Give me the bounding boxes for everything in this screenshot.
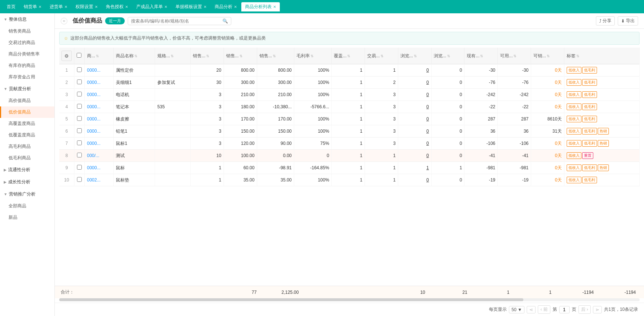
page-size-selector[interactable]: 50 ▼ — [509, 306, 524, 313]
scrollbar-track[interactable] — [59, 298, 640, 301]
sidebar-group-contribution[interactable]: ▼ 贡献度分析 — [0, 83, 54, 95]
search-input[interactable] — [131, 18, 221, 24]
th-spec[interactable]: 规格...⇅ — [155, 48, 191, 64]
row-checkbox[interactable] — [77, 79, 82, 84]
nav-close-purchase[interactable]: ✕ — [64, 5, 67, 9]
th-available[interactable]: 可用...⇅ — [498, 48, 531, 64]
browse1-value[interactable]: 0 — [426, 177, 429, 183]
row-coverage: 1 — [332, 137, 365, 150]
nav-item-template[interactable]: 单据模板设置 ✕ — [172, 2, 210, 11]
saleable-days: 0天 — [555, 141, 562, 146]
nav-item-purchase[interactable]: 进货单 ✕ — [46, 2, 71, 11]
row-saleable: 0天 — [531, 77, 564, 89]
sidebar-item-stock-fund[interactable]: 库存资金占用 — [0, 71, 54, 83]
nav-close-goods-analysis-list[interactable]: ✕ — [273, 5, 276, 9]
nav-item-goods-analysis[interactable]: 商品分析 ✕ — [211, 2, 241, 11]
row-checkbox[interactable] — [77, 67, 82, 72]
row-qty: 3 — [191, 125, 224, 137]
export-button[interactable]: ⬇ 导出 — [618, 16, 638, 26]
browse1-value[interactable]: 0 — [426, 116, 429, 122]
sidebar-item-new-goods[interactable]: 新品 — [0, 212, 54, 223]
row-checkbox[interactable] — [77, 104, 82, 109]
browse1-value[interactable]: 0 — [426, 129, 429, 134]
row-code: 0000... — [85, 64, 114, 77]
row-checkbox[interactable] — [77, 153, 82, 157]
th-browse2[interactable]: 浏览...⇅ — [431, 48, 464, 64]
th-amount[interactable]: 销售...⇅ — [257, 48, 294, 64]
row-stock: -19 — [464, 174, 498, 186]
tag-badge: 热销 — [598, 128, 609, 135]
nav-item-permission[interactable]: 权限设置 ✕ — [72, 2, 101, 11]
sidebar-item-stock-goods[interactable]: 有库存的商品 — [0, 60, 54, 71]
sidebar-item-traded-goods[interactable]: 交易过的商品 — [0, 37, 54, 48]
sidebar-group-growth[interactable]: ▶ 成长性分析 — [0, 176, 54, 188]
th-browse1[interactable]: 浏览...⇅ — [398, 48, 431, 64]
sidebar-item-all-goods[interactable]: 全部商品 — [0, 200, 54, 212]
sidebar-item-high-value[interactable]: 高价值商品 — [0, 95, 54, 106]
row-amount: 35.00 — [257, 174, 294, 186]
row-trade: 3 — [365, 113, 398, 125]
page-number-input[interactable] — [559, 306, 570, 313]
first-page-button[interactable]: ⋖ — [527, 306, 536, 313]
th-margin[interactable]: 毛利率⇅ — [294, 48, 331, 64]
th-name[interactable]: 商品名称⇅ — [114, 48, 155, 64]
browse1-value[interactable]: 0 — [426, 92, 429, 97]
nav-item-sales[interactable]: 销货单 ✕ — [20, 2, 45, 11]
last-page-button[interactable]: ⋗ — [593, 306, 602, 313]
th-gear[interactable]: ⚙ — [59, 48, 74, 64]
nav-item-product-storage[interactable]: 产成品入库单 ✕ — [133, 2, 171, 11]
row-checkbox[interactable] — [77, 177, 82, 182]
browse1-value[interactable]: 1 — [426, 165, 429, 170]
sidebar-item-high-margin[interactable]: 高毛利商品 — [0, 141, 54, 152]
scrollbar-thumb[interactable] — [59, 298, 523, 301]
select-all-checkbox[interactable] — [77, 53, 81, 58]
browse1-value[interactable]: 0 — [426, 141, 429, 146]
nav-close-permission[interactable]: ✕ — [95, 5, 98, 9]
th-qty[interactable]: 销售...⇅ — [191, 48, 224, 64]
sidebar-collapse-button[interactable]: ‹‹ — [61, 18, 67, 24]
filter-period-button[interactable]: 近一月 — [105, 17, 125, 24]
row-checkbox[interactable] — [77, 116, 82, 121]
th-saleable[interactable]: 可销...⇅ — [531, 48, 564, 64]
th-coverage[interactable]: 覆盖...⇅ — [332, 48, 365, 64]
row-code: 0002... — [85, 174, 114, 186]
browse1-value[interactable]: 0 — [426, 104, 429, 109]
sidebar-item-low-value[interactable]: 低价值商品 — [0, 106, 54, 118]
search-icon[interactable]: 🔍 — [222, 18, 228, 24]
sidebar-group-liquidity[interactable]: ▶ 流通性分析 — [0, 164, 54, 176]
browse1-value[interactable]: 0 — [426, 153, 429, 158]
share-button[interactable]: ⤴ 分享 — [596, 16, 615, 26]
nav-close-goods-analysis[interactable]: ✕ — [234, 5, 237, 9]
sidebar-group-marketing[interactable]: ▼ 营销推广分析 — [0, 188, 54, 200]
row-checkbox[interactable] — [77, 140, 82, 145]
table-row: 6 0000... 铅笔1 3 150.00 150.00 100% 1 3 0… — [59, 125, 640, 137]
nav-close-sales[interactable]: ✕ — [38, 5, 41, 9]
th-trade[interactable]: 交易...⇅ — [365, 48, 398, 64]
th-stock[interactable]: 现有...⇅ — [464, 48, 498, 64]
notice-icon: ☆ — [64, 36, 68, 41]
browse1-value[interactable]: 0 — [426, 80, 429, 85]
browse1-value[interactable]: 0 — [426, 68, 429, 73]
nav-item-role[interactable]: 角色授权 ✕ — [102, 2, 132, 11]
nav-close-role[interactable]: ✕ — [125, 5, 128, 9]
th-code[interactable]: 商...⇅ — [85, 48, 114, 64]
row-checkbox[interactable] — [77, 128, 82, 133]
th-tags[interactable]: 标签⇅ — [564, 48, 639, 64]
sidebar-item-low-coverage[interactable]: 低覆盖度商品 — [0, 129, 54, 141]
sidebar-item-sales-goods[interactable]: 销售类商品 — [0, 26, 54, 37]
nav-close-product-storage[interactable]: ✕ — [164, 5, 167, 9]
th-price[interactable]: 销售...⇅ — [224, 48, 257, 64]
sidebar-item-high-coverage[interactable]: 高覆盖度商品 — [0, 118, 54, 129]
row-margin: 0 — [294, 150, 331, 162]
nav-item-home[interactable]: 首页 — [3, 2, 19, 11]
row-checkbox[interactable] — [77, 165, 82, 170]
sidebar-group-overall[interactable]: ▼ 整体信息 — [0, 13, 54, 26]
prev-page-button[interactable]: ‹ 前 — [538, 305, 550, 314]
row-checkbox[interactable] — [77, 92, 82, 96]
sidebar-item-category-sales-rate[interactable]: 商品分类销售率 — [0, 48, 54, 60]
sidebar-item-low-margin[interactable]: 低毛利商品 — [0, 152, 54, 164]
gear-icon[interactable]: ⚙ — [61, 51, 72, 61]
next-page-button[interactable]: 后 › — [578, 305, 591, 314]
nav-close-template[interactable]: ✕ — [204, 5, 207, 9]
nav-item-goods-analysis-list[interactable]: 商品分析列表 ✕ — [241, 2, 280, 11]
